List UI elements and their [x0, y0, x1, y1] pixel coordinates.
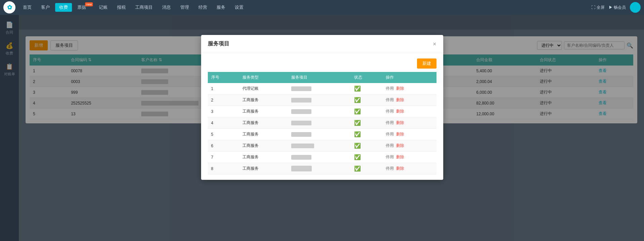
modal-cell-seq: 5 [208, 129, 239, 140]
status-check-icon: ✅ [354, 97, 361, 103]
nav-customer[interactable]: 客户 [37, 3, 54, 12]
nav-manage[interactable]: 管理 [176, 3, 193, 12]
modal-cell-project: ████ 1 [288, 83, 351, 94]
modal-col-type: 服务类型 [239, 72, 288, 83]
top-nav-right: ⛶ 全屏 ▶ 畅会员 [591, 2, 641, 13]
nav-invoice[interactable]: 票据 new [73, 3, 93, 12]
modal-body: 新建 序号 服务类型 服务项目 状态 操作 1 代理记账 [201, 53, 443, 180]
list-item: 1 代理记账 ████ 1 ✅ 停用 删除 [208, 83, 437, 94]
delete-button[interactable]: 删除 [396, 120, 404, 125]
modal-cell-status: ✅ [351, 117, 382, 129]
modal-cell-action: 停用 删除 [382, 94, 436, 106]
list-item: 6 工商服务 ████████ ✅ 停用 删除 [208, 140, 437, 152]
modal-col-action: 操作 [382, 72, 436, 83]
modal-cell-project: ████████ [288, 140, 351, 152]
modal-cell-project: ████ [288, 106, 351, 117]
modal-cell-project: ████ [288, 117, 351, 129]
delete-button[interactable]: 删除 [396, 155, 404, 159]
nav-business[interactable]: 工商项目 [131, 3, 157, 12]
modal-table-container[interactable]: 序号 服务类型 服务项目 状态 操作 1 代理记账 ████ 1 ✅ 停用 删除… [208, 72, 437, 174]
stop-button[interactable]: 停用 [386, 143, 394, 148]
stop-button[interactable]: 停用 [386, 109, 394, 114]
modal-col-status: 状态 [351, 72, 382, 83]
fullscreen-btn[interactable]: ⛶ 全屏 [591, 5, 604, 10]
modal-title: 服务项目 [208, 40, 229, 47]
modal-overlay: 服务项目 × 新建 序号 服务类型 服务项目 状态 操作 [0, 15, 644, 241]
modal-cell-action: 停用 删除 [382, 106, 436, 117]
modal-cell-action: 停用 删除 [382, 152, 436, 163]
modal-cell-seq: 3 [208, 106, 239, 117]
list-item: 3 工商服务 ████ ✅ 停用 删除 [208, 106, 437, 117]
nav-tax[interactable]: 报税 [113, 3, 130, 12]
modal-col-project: 服务项目 [288, 72, 351, 83]
stop-button[interactable]: 停用 [386, 155, 394, 159]
service-modal: 服务项目 × 新建 序号 服务类型 服务项目 状态 操作 [201, 35, 443, 180]
list-item: 2 工商服务 ████ ✅ 停用 删除 [208, 94, 437, 106]
app-logo: ✿ [3, 1, 15, 13]
modal-cell-status: ✅ [351, 152, 382, 163]
status-check-icon: ✅ [354, 154, 361, 160]
modal-cell-status: ✅ [351, 94, 382, 106]
modal-cell-type: 工商服务 [239, 94, 288, 106]
delete-button[interactable]: 删除 [396, 166, 404, 171]
delete-button[interactable]: 删除 [396, 86, 404, 91]
nav-home[interactable]: 首页 [19, 3, 36, 12]
list-item: 8 工商服务 ████ 注册 ✅ 停用 删除 [208, 163, 437, 174]
nav-message[interactable]: 消息 [158, 3, 175, 12]
modal-cell-seq: 7 [208, 152, 239, 163]
modal-cell-status: ✅ [351, 129, 382, 140]
modal-cell-project: ████ [288, 129, 351, 140]
modal-col-seq: 序号 [208, 72, 239, 83]
stop-button[interactable]: 停用 [386, 86, 394, 91]
modal-close-button[interactable]: × [433, 41, 437, 47]
modal-cell-seq: 1 [208, 83, 239, 94]
new-badge: new [85, 2, 93, 6]
top-nav: ✿ 首页 客户 收费 票据 new 记账 报税 工商项目 消息 管理 经营 服务… [0, 0, 644, 15]
delete-button[interactable]: 删除 [396, 143, 404, 148]
stop-button[interactable]: 停用 [386, 97, 394, 102]
vip-btn[interactable]: ▶ 畅会员 [609, 5, 626, 10]
avatar[interactable] [630, 2, 641, 13]
modal-cell-project: ████ 注册 [288, 163, 351, 174]
nav-settings[interactable]: 设置 [231, 3, 248, 12]
list-item: 5 工商服务 ████ ✅ 停用 删除 [208, 129, 437, 140]
nav-operation[interactable]: 经营 [194, 3, 211, 12]
modal-cell-action: 停用 删除 [382, 83, 436, 94]
modal-header-row: 序号 服务类型 服务项目 状态 操作 [208, 72, 437, 83]
modal-cell-status: ✅ [351, 140, 382, 152]
stop-button[interactable]: 停用 [386, 132, 394, 136]
modal-cell-status: ✅ [351, 106, 382, 117]
status-check-icon: ✅ [354, 143, 361, 149]
delete-button[interactable]: 删除 [396, 109, 404, 114]
list-item: 4 工商服务 ████ ✅ 停用 删除 [208, 117, 437, 129]
modal-cell-seq: 2 [208, 94, 239, 106]
list-item: 7 工商服务 ████ ✅ 停用 删除 [208, 152, 437, 163]
modal-toolbar: 新建 [208, 58, 437, 69]
modal-cell-type: 工商服务 [239, 152, 288, 163]
modal-cell-seq: 4 [208, 117, 239, 129]
delete-button[interactable]: 删除 [396, 132, 404, 136]
modal-service-table: 序号 服务类型 服务项目 状态 操作 1 代理记账 ████ 1 ✅ 停用 删除… [208, 72, 437, 174]
modal-cell-type: 代理记账 [239, 83, 288, 94]
status-check-icon: ✅ [354, 109, 361, 114]
modal-cell-action: 停用 删除 [382, 163, 436, 174]
modal-cell-project: ████ [288, 94, 351, 106]
modal-header: 服务项目 × [201, 35, 443, 53]
nav-items: 首页 客户 收费 票据 new 记账 报税 工商项目 消息 管理 经营 服务 设… [19, 3, 591, 12]
nav-service[interactable]: 服务 [213, 3, 229, 12]
nav-ledger[interactable]: 记账 [95, 3, 112, 12]
modal-cell-status: ✅ [351, 163, 382, 174]
status-check-icon: ✅ [354, 86, 361, 91]
delete-button[interactable]: 删除 [396, 97, 404, 102]
modal-cell-project: ████ [288, 152, 351, 163]
modal-cell-seq: 8 [208, 163, 239, 174]
modal-cell-type: 工商服务 [239, 163, 288, 174]
nav-charge[interactable]: 收费 [55, 3, 72, 12]
modal-new-button[interactable]: 新建 [417, 58, 437, 69]
modal-cell-status: ✅ [351, 83, 382, 94]
status-check-icon: ✅ [354, 166, 361, 171]
stop-button[interactable]: 停用 [386, 166, 394, 171]
status-check-icon: ✅ [354, 120, 361, 126]
stop-button[interactable]: 停用 [386, 120, 394, 125]
modal-cell-action: 停用 删除 [382, 129, 436, 140]
